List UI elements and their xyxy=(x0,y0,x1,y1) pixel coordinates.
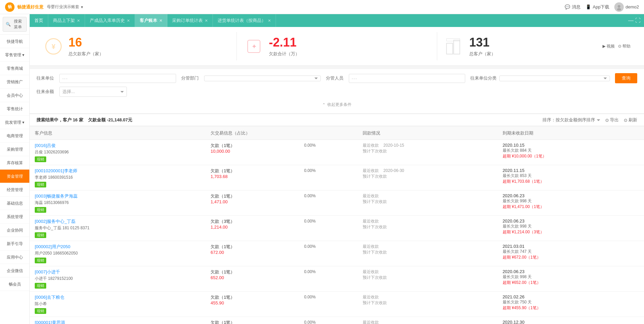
tab-collapse-icon[interactable]: — xyxy=(628,18,634,24)
customer-phone-5: 小进千 18279152100 xyxy=(35,276,200,282)
video-link[interactable]: ▶ 视频 xyxy=(603,43,615,49)
customer-name-7[interactable]: [000001]黄思源 xyxy=(35,320,200,324)
tab-product-offline[interactable]: 商品上下架 ✕ xyxy=(48,14,85,27)
tab-purchase-order-close[interactable]: ✕ xyxy=(205,19,208,23)
td-due-date-1: 2020.11.15 最长欠款 853 天 超期 ¥1,703.68（1笔） xyxy=(498,165,644,190)
sidebar-item-newbie[interactable]: 新手引导 xyxy=(0,237,29,251)
help-link[interactable]: ⊙ 帮助 xyxy=(618,43,631,49)
result-bar: 搜索结果中，客户 16 家 欠款金额 -21,148.07元 排序：按欠款金额倒… xyxy=(30,114,644,126)
tab-purchase-order[interactable]: 采购订单统计表 ✕ xyxy=(167,14,213,27)
debt-amount-6[interactable]: 455.90 xyxy=(211,300,294,305)
search-button[interactable]: 查询 xyxy=(615,73,637,83)
repay-next-label-1: 预计下次收款 xyxy=(363,174,492,179)
td-debt-percent-4: 0.00% xyxy=(299,241,358,266)
debt-amount-5[interactable]: 652.00 xyxy=(211,275,294,280)
department-select[interactable] xyxy=(204,76,321,81)
table-header: 客户信息 欠交易信息（占比） 回款情况 到期未收款日期 xyxy=(30,127,644,140)
sidebar-item-member[interactable]: 会员中心 xyxy=(0,89,29,102)
overdue-link-2[interactable]: 超期 ¥1,471.00（1笔） xyxy=(503,204,639,210)
person-input[interactable]: ··· xyxy=(349,74,466,83)
tab-customer-account-close[interactable]: ✕ xyxy=(159,19,162,23)
customer-tag-4: 现销 xyxy=(35,258,46,263)
app-download-button[interactable]: 📱 App下载 xyxy=(586,4,609,10)
svg-text:¥: ¥ xyxy=(51,42,55,50)
sidebar-item-system[interactable]: 系统管理 xyxy=(0,210,29,224)
customer-name-1[interactable]: [00010200001]李老师 xyxy=(35,168,200,174)
overdue-link-6[interactable]: 超期 ¥455.90（1笔） xyxy=(503,305,639,311)
tab-bar: 首页 商品上下架 ✕ 产成品入库单历史 ✕ 客户账本 ✕ 采购订单统计表 ✕ 进… xyxy=(30,14,644,27)
td-debt-percent-2: 0.00% xyxy=(299,190,358,216)
debt-percent-4: 0.00% xyxy=(304,244,316,249)
sidebar-item-marketing[interactable]: 营销推广 xyxy=(0,75,29,89)
search-menu-button[interactable]: 🔍 搜索菜单 xyxy=(3,17,27,32)
department-label: 分管部门 xyxy=(181,75,201,81)
sidebar-item-purchase[interactable]: 采购管理 xyxy=(0,143,29,156)
customer-name-0[interactable]: [0016]吕俊 xyxy=(35,143,200,149)
overdue-link-0[interactable]: 超期 ¥10,000.00（1笔） xyxy=(503,153,639,159)
sidebar-item-enterprise[interactable]: 企业协同 xyxy=(0,224,29,237)
debt-amount-4[interactable]: 672.00 xyxy=(211,250,294,255)
collapse-btn[interactable]: ⌃ 收起更多条件 xyxy=(36,100,637,109)
debt-amount-3[interactable]: 1,214.00 xyxy=(211,225,294,230)
tab-home[interactable]: 首页 xyxy=(30,14,48,27)
from-unit-input[interactable]: ··· xyxy=(59,74,176,83)
customer-name-5[interactable]: [0007]小进千 xyxy=(35,269,200,275)
overdue-link-3[interactable]: 超期 ¥1,214.00（3笔） xyxy=(503,229,639,235)
debt-percent-6: 0.00% xyxy=(304,295,316,299)
overdue-link-5[interactable]: 超期 ¥652.00（1笔） xyxy=(503,280,639,286)
customer-name-2[interactable]: [0003]畅捷服务尹海蕊 xyxy=(35,193,200,199)
debt-amount-0[interactable]: 10,000.00 xyxy=(211,149,294,154)
td-debt-count-3: 欠款（3笔） 1,214.00 xyxy=(205,216,299,241)
customer-name-4[interactable]: [000002]用户2050 xyxy=(35,244,200,250)
sidebar-item-inventory[interactable]: 库存核算 xyxy=(0,156,29,170)
sidebar-item-finance[interactable]: 资金管理 xyxy=(0,170,29,183)
sidebar-item-operations[interactable]: 经营管理 xyxy=(0,183,29,197)
tab-customer-account[interactable]: 客户账本 ✕ xyxy=(135,14,167,27)
logo-icon: 畅 xyxy=(5,2,15,12)
sidebar-item-retail-mgmt[interactable]: 零售管理 ▾ xyxy=(0,48,29,62)
td-debt-percent-0: 0.00% xyxy=(299,140,358,165)
overdue-link-4[interactable]: 超期 ¥672.00（1笔） xyxy=(503,255,639,260)
sidebar-item-membership[interactable]: 畅会员 xyxy=(0,277,29,291)
tab-product-instock[interactable]: 产成品入库单历史 ✕ xyxy=(85,14,135,27)
tab-instock-stat[interactable]: 进货单统计表（按商品） ✕ xyxy=(213,14,276,27)
debt-amount-2[interactable]: 1,471.00 xyxy=(211,199,294,204)
tab-product-instock-close[interactable]: ✕ xyxy=(127,19,130,23)
message-button[interactable]: 💬 消息 xyxy=(565,4,581,10)
balance-select[interactable]: 选择... xyxy=(59,87,127,97)
debt-amount-1[interactable]: 1,703.68 xyxy=(211,174,294,179)
unit-category-select[interactable] xyxy=(499,76,610,81)
customer-tag-2: 现销 xyxy=(35,207,46,213)
sidebar-item-app-center[interactable]: 应用中心 xyxy=(0,251,29,264)
sort-select[interactable]: 排序：按欠款金额倒序排序 xyxy=(542,117,600,123)
tab-instock-stat-close[interactable]: ✕ xyxy=(268,19,271,23)
sidebar-item-retail-stat[interactable]: 零售统计 xyxy=(0,102,29,116)
sidebar-item-quick-nav[interactable]: 快捷导航 xyxy=(0,35,29,48)
td-debt-count-5: 欠款（1笔） 652.00 xyxy=(205,266,299,292)
overdue-link-1[interactable]: 超期 ¥1,703.68（1笔） xyxy=(503,179,639,184)
td-customer-info-6: [0006]去下粮仓 陈小希 现销 xyxy=(30,292,205,317)
stat-icon-overdue: ¥ xyxy=(43,36,63,56)
stat-total-customers: 131 总客户（家） ▶ 视频 ⊙ 帮助 xyxy=(437,32,637,60)
sidebar-item-ecommerce[interactable]: 电商管理 xyxy=(0,129,29,143)
sort-chevron xyxy=(597,119,600,121)
repay-last-label-1: 最近收款 2020-06-30 xyxy=(363,168,492,174)
customer-name-3[interactable]: [0002]服务中心_丁磊 xyxy=(35,218,200,225)
user-menu[interactable]: demo2 xyxy=(614,2,639,12)
store-selector[interactable]: 母婴行业演示账套 ▾ xyxy=(47,4,83,10)
sidebar-item-enterprise-wechat[interactable]: 企业微信 xyxy=(0,264,29,277)
stat-top-right: ▶ 视频 ⊙ 帮助 xyxy=(603,43,631,49)
refresh-button[interactable]: ⊙ 刷新 xyxy=(624,117,637,123)
sidebar-item-basic-info[interactable]: 基础信息 xyxy=(0,197,29,210)
top-right: 💬 消息 📱 App下载 demo2 xyxy=(565,2,639,12)
tab-expand-icon[interactable]: ⛶ xyxy=(635,18,641,24)
td-due-date-6: 2021.02.26 最长欠款 750 天 超期 ¥455.90（1笔） xyxy=(498,292,644,317)
sidebar-item-retail-mall[interactable]: 零售商城 xyxy=(0,62,29,75)
tab-product-offline-close[interactable]: ✕ xyxy=(77,19,80,23)
sidebar-item-batch-mgmt[interactable]: 批发管理 ▾ xyxy=(0,116,29,129)
main-wrapper: 首页 商品上下架 ✕ 产成品入库单历史 ✕ 客户账本 ✕ 采购订单统计表 ✕ 进… xyxy=(30,14,644,324)
export-button[interactable]: ⊙ 导出 xyxy=(605,117,619,123)
due-date-5: 2020.06.23 xyxy=(503,269,639,274)
max-days-3: 最长欠款 998 天 xyxy=(503,224,639,229)
customer-name-6[interactable]: [0006]去下粮仓 xyxy=(35,294,200,300)
